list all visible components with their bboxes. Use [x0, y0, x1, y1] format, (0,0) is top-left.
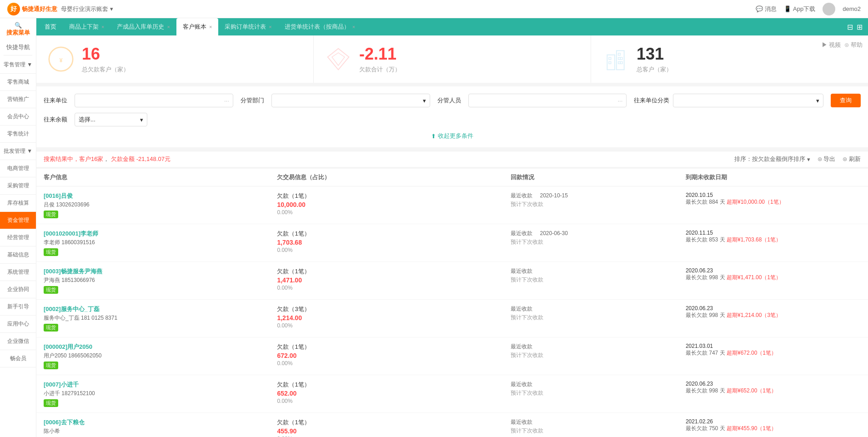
- stat-card-amount: -2.11 欠款合计（万）: [314, 35, 591, 83]
- search-button[interactable]: 查询: [831, 94, 861, 107]
- user-name: demo2: [843, 5, 861, 12]
- debt-percent-1: 0.00%: [277, 209, 510, 216]
- filter-vendor-input[interactable]: ···: [75, 94, 233, 107]
- sidebar-item-inventory[interactable]: 库存核算: [0, 195, 36, 212]
- chevron-down-icon-2: ▾: [816, 97, 819, 104]
- last-collection-4: 最近收款: [511, 305, 686, 313]
- customer-name-4[interactable]: [0002]服务中心_丁磊: [44, 305, 277, 313]
- tab-product-listing[interactable]: 商品上下架 ×: [63, 18, 110, 35]
- filter-vendor-label: 往来单位: [44, 96, 71, 105]
- tab-warehouse-history[interactable]: 产成品入库单历史 ×: [110, 18, 176, 35]
- message-label: 消息: [765, 5, 777, 13]
- sidebar-item-member[interactable]: 会员中心: [0, 108, 36, 126]
- help-btn[interactable]: ⊙ 帮助: [844, 41, 863, 49]
- tab-close-product-listing[interactable]: ×: [101, 24, 104, 30]
- stat-card-actions: ▶ 视频 ⊙ 帮助: [822, 41, 863, 49]
- overdue-amount-4[interactable]: 超期¥1,214.00（3笔）: [727, 312, 781, 318]
- last-collection-2: 最近收款 2020-06-30: [511, 230, 686, 237]
- svg-marker-2: [328, 49, 349, 70]
- next-collection-1: 预计下次收款: [511, 201, 686, 208]
- customer-tag-2: 现货: [44, 248, 58, 256]
- overdue-amount-7[interactable]: 超期¥455.90（1笔）: [727, 425, 777, 432]
- stat-card-total: 131 总客户（家） ▶ 视频 ⊙ 帮助: [591, 35, 868, 83]
- tab-close-stock[interactable]: ×: [352, 24, 355, 30]
- sidebar-item-business[interactable]: 经营管理: [0, 229, 36, 246]
- app-download-btn[interactable]: 📱 App下载: [784, 5, 815, 13]
- sidebar-item-finance[interactable]: 资金管理: [0, 212, 36, 229]
- filter-person-input[interactable]: ···: [468, 94, 627, 107]
- tab-close-warehouse[interactable]: ×: [167, 24, 170, 30]
- message-btn[interactable]: 💬 消息: [756, 5, 777, 13]
- collection-info-3: 最近收款 预计下次收款: [511, 267, 686, 284]
- sidebar-item-wholesale[interactable]: 批发管理 ▼: [0, 143, 36, 160]
- tab-close-customer-ledger[interactable]: ×: [209, 24, 212, 30]
- sidebar-item-basic-info[interactable]: 基础信息: [0, 246, 36, 264]
- tab-home[interactable]: 首页: [38, 23, 63, 31]
- sidebar-search[interactable]: 🔍 搜索菜单: [0, 18, 36, 40]
- table-header: 客户信息 欠交易信息（占比） 回款情况 到期未收款日期: [36, 169, 868, 186]
- debt-count-1: 欠款（1笔）: [277, 192, 510, 200]
- overdue-amount-5[interactable]: 超期¥672.00（1笔）: [727, 350, 777, 356]
- sidebar-item-ecommerce[interactable]: 电商管理: [0, 160, 36, 177]
- tab-customer-ledger[interactable]: 客户账本 ×: [176, 18, 218, 35]
- overdue-amount-3[interactable]: 超期¥1,471.00（1笔）: [727, 274, 781, 281]
- customer-name-5[interactable]: [000002]用户2050: [44, 343, 277, 351]
- sidebar-item-enterprise[interactable]: 企业协同: [0, 281, 36, 298]
- sort-select[interactable]: 排序：按欠款金额倒序排序 ▾: [734, 155, 810, 163]
- tab-minimize-btn[interactable]: ⊟: [847, 23, 853, 31]
- store-selector[interactable]: 母婴行业演示账套 ▾: [61, 5, 113, 13]
- svg-text:¥: ¥: [60, 57, 63, 64]
- video-btn[interactable]: ▶ 视频: [822, 41, 841, 49]
- collapse-icon: ⬆: [431, 133, 436, 140]
- tab-stock-summary[interactable]: 进货单统计表（按商品） ×: [278, 18, 361, 35]
- sidebar-item-guide[interactable]: 新手引导: [0, 298, 36, 316]
- stat-number-amount: -2.11: [359, 45, 401, 64]
- last-collection-5: 最近收款: [511, 343, 686, 351]
- stat-icon-diamond: [325, 45, 352, 73]
- customer-phone-3: 尹海燕 18513066976: [44, 276, 277, 284]
- overdue-amount-1[interactable]: 超期¥10,000.00（1笔）: [727, 199, 784, 205]
- search-icon: 🔍: [15, 22, 22, 29]
- sidebar-item-retail-mgmt[interactable]: 零售管理 ▼: [0, 56, 36, 74]
- filter-balance: 往来余额 选择... ▾: [44, 113, 861, 126]
- filter-person: 分管人员 ···: [437, 94, 627, 107]
- stat-number-total: 131: [637, 45, 672, 64]
- message-icon: 💬: [756, 5, 763, 12]
- sidebar: 🔍 搜索菜单 快捷导航 零售管理 ▼ 零售商城 营销推广 会员中心 零售统计 批…: [0, 18, 36, 437]
- filter-row-1: 往来单位 ··· 分管部门 ▾ 分管人员: [44, 94, 861, 107]
- customer-name-1[interactable]: [0016]吕俊: [44, 192, 277, 200]
- sidebar-item-member2[interactable]: 畅会员: [0, 350, 36, 367]
- customer-name-7[interactable]: [0006]去下粮仓: [44, 418, 277, 427]
- refresh-btn[interactable]: ⊙ 刷新: [843, 155, 861, 163]
- customer-name-2[interactable]: [0001020001]李老师: [44, 230, 277, 238]
- tab-expand-btn[interactable]: ⊞: [857, 23, 863, 31]
- customer-info-3: [0003]畅捷服务尹海燕 尹海燕 18513066976 现货: [44, 267, 277, 294]
- store-name: 母婴行业演示账套: [61, 5, 108, 13]
- customer-name-3[interactable]: [0003]畅捷服务尹海燕: [44, 267, 277, 276]
- sidebar-item-marketing[interactable]: 营销推广: [0, 91, 36, 108]
- sidebar-item-purchase[interactable]: 采购管理: [0, 177, 36, 195]
- filter-balance-select[interactable]: 选择... ▾: [75, 113, 147, 126]
- filter-person-label: 分管人员: [437, 96, 465, 105]
- customer-name-6[interactable]: [0007]小进千: [44, 381, 277, 389]
- user-avatar[interactable]: [823, 3, 835, 15]
- sidebar-item-retail-mall[interactable]: 零售商城: [0, 74, 36, 91]
- sidebar-item-system[interactable]: 系统管理: [0, 264, 36, 281]
- export-icon: ⊙: [818, 156, 822, 162]
- collection-info-2: 最近收款 2020-06-30 预计下次收款: [511, 230, 686, 246]
- tab-purchase-summary[interactable]: 采购订单统计表 ×: [218, 18, 278, 35]
- debt-count-3: 欠款（1笔）: [277, 267, 510, 276]
- filter-dept-select[interactable]: ▾: [271, 94, 430, 107]
- overdue-amount-2[interactable]: 超期¥1,703.68（1笔）: [727, 236, 781, 243]
- export-btn[interactable]: ⊙ 导出: [818, 155, 836, 163]
- tab-close-purchase[interactable]: ×: [269, 24, 271, 30]
- sidebar-item-wechat[interactable]: 企业微信: [0, 333, 36, 350]
- sidebar-quick-nav[interactable]: 快捷导航: [0, 40, 36, 54]
- overdue-amount-6[interactable]: 超期¥652.00（1笔）: [727, 387, 777, 394]
- collapse-row[interactable]: ⬆ 收起更多条件: [44, 132, 861, 140]
- svg-rect-10: [618, 62, 621, 64]
- sidebar-item-apps[interactable]: 应用中心: [0, 316, 36, 333]
- app-icon: 📱: [784, 5, 791, 12]
- filter-category-select[interactable]: ▾: [673, 94, 823, 107]
- sidebar-item-retail-stats[interactable]: 零售统计: [0, 126, 36, 143]
